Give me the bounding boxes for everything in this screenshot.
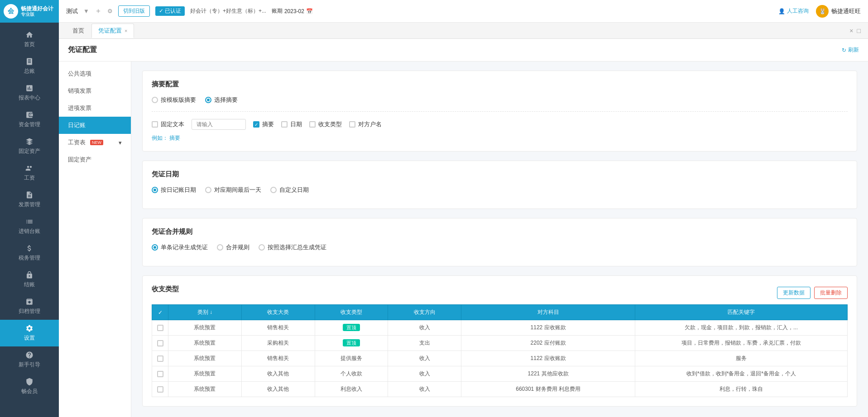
checkbox-counterpart[interactable]: 对方户名	[349, 120, 382, 128]
user-profile[interactable]: 🐰 畅捷通旺旺	[816, 5, 861, 18]
checkbox-fixed-text[interactable]: 固定文本	[152, 120, 184, 128]
th-category[interactable]: 类别 ↓	[168, 305, 242, 320]
sidebar-item-invoice[interactable]: 发票管理	[0, 186, 59, 213]
sidebar-item-member[interactable]: 畅会员	[0, 373, 59, 400]
row-checkbox[interactable]	[157, 340, 163, 346]
checkbox-type[interactable]: 收支类型	[309, 120, 342, 128]
select-all-checkbox[interactable]: ✓	[157, 309, 163, 316]
period-label: 账期 2023-02 📅	[272, 7, 313, 15]
row-counterpart: 2202 应付账款	[461, 336, 635, 351]
content-area: 凭证配置 ↻ 刷新 公共选项 销项发票 进项发票 日记账	[59, 39, 868, 417]
sidebar-item-salary[interactable]: 工资	[0, 160, 59, 186]
row-main-type: 收入其他	[241, 366, 315, 382]
page-header: 凭证配置 ↻ 刷新	[59, 39, 868, 62]
new-badge: NEW	[90, 140, 103, 145]
example-text: 例如： 摘要	[152, 134, 848, 142]
radio-select-summary[interactable]: 按照选择汇总生成凭证	[259, 243, 326, 251]
checkbox-date[interactable]: 日期	[281, 120, 302, 128]
summary-checkbox-row: 固定文本 ✓ 摘要 日期 收支类型	[152, 119, 848, 130]
row-counterpart: 1221 其他应收款	[461, 366, 635, 382]
logo-text: 畅捷通好会计 专业版	[21, 5, 53, 17]
table-row: 系统预置收入其他个人收款收入1221 其他应收款收到*借款，收到*备用金，退回*…	[152, 366, 848, 382]
radio-custom-date[interactable]: 自定义日期	[270, 186, 309, 194]
add-icon[interactable]: ＋	[95, 6, 102, 16]
checkbox-fixed-text-box	[152, 121, 158, 128]
sidebar-item-general[interactable]: 总账	[0, 53, 59, 80]
update-data-button[interactable]: 更新数据	[777, 287, 810, 299]
th-main-type: 收支大类	[241, 305, 315, 320]
row-checkbox-cell[interactable]	[152, 320, 168, 336]
batch-delete-button[interactable]: 批量删除	[814, 287, 848, 299]
sidebar-item-guide[interactable]: 新手引导	[0, 346, 59, 373]
settings-icon[interactable]: ⚙	[107, 8, 113, 14]
tab-home[interactable]: 首页	[66, 24, 91, 38]
left-nav-sales[interactable]: 销项发票	[59, 82, 131, 100]
row-sub-type: 利息收入	[315, 382, 388, 397]
logo-icon: 会	[4, 4, 18, 19]
row-category: 系统预置	[168, 382, 242, 397]
date-radio-group: 按日记账日期 对应期间最后一天 自定义日期	[152, 186, 848, 194]
radio-period-last[interactable]: 对应期间最后一天	[205, 186, 261, 194]
avatar: 🐰	[816, 5, 829, 18]
row-category: 系统预置	[168, 351, 242, 366]
sidebar-item-close[interactable]: 结账	[0, 266, 59, 293]
merge-radio-group: 单条记录生成凭证 合并规则 按照选择汇总生成凭证	[152, 243, 848, 251]
radio-template[interactable]: 按模板版摘要	[152, 96, 196, 104]
radio-diary-date[interactable]: 按日记账日期	[152, 186, 196, 194]
status-tag[interactable]: 置顶	[343, 324, 360, 331]
chevron-down-icon: ▾	[119, 139, 122, 146]
row-checkbox-cell[interactable]	[152, 336, 168, 351]
sidebar-item-purchase[interactable]: 进销台账	[0, 213, 59, 240]
radio-merge-rule[interactable]: 合并规则	[217, 243, 249, 251]
table-row: 系统预置销售相关置顶收入1122 应收账款欠款，现金，项目款，到款，报销款，汇入…	[152, 320, 848, 336]
topbar-right: 👤 人工咨询 🐰 畅捷通旺旺	[778, 5, 861, 18]
left-nav-public[interactable]: 公共选项	[59, 65, 131, 82]
th-checkbox[interactable]: ✓	[152, 305, 168, 320]
certified-status: ✓已认证	[155, 6, 185, 16]
summary-section-title: 摘要配置	[152, 80, 848, 89]
row-checkbox-cell[interactable]	[152, 351, 168, 366]
support-button[interactable]: 👤 人工咨询	[778, 7, 809, 15]
close-window-button[interactable]: ×	[849, 27, 853, 34]
row-sub-type: 置顶	[315, 320, 388, 336]
fixed-text-input[interactable]	[192, 119, 246, 130]
sidebar-item-archive[interactable]: 归档管理	[0, 293, 59, 320]
calendar-icon[interactable]: 📅	[306, 8, 313, 14]
status-tag[interactable]: 置顶	[343, 339, 360, 346]
sidebar-item-asset[interactable]: 固定资产	[0, 133, 59, 160]
sidebar-item-report[interactable]: 报表中心	[0, 80, 59, 106]
row-keyword: 欠款，现金，项目款，到款，报销款，汇入，...	[635, 320, 848, 336]
row-checkbox[interactable]	[157, 386, 163, 393]
th-counterpart: 对方科目	[461, 305, 635, 320]
company-dropdown-icon[interactable]: ▼	[83, 8, 89, 14]
row-counterpart: 1122 应收账款	[461, 320, 635, 336]
sidebar-item-tax[interactable]: 税务管理	[0, 240, 59, 266]
radio-choose[interactable]: 选择摘要	[205, 96, 238, 104]
row-checkbox[interactable]	[157, 355, 163, 362]
left-nav-payroll[interactable]: 工资表 NEW ▾	[59, 134, 131, 151]
row-direction: 收入	[388, 382, 461, 397]
radio-choose-circle	[205, 97, 211, 103]
tab-actions: × □	[849, 27, 861, 34]
tab-voucher[interactable]: 凭证配置 ×	[91, 24, 134, 38]
sidebar-item-finance[interactable]: 资金管理	[0, 106, 59, 133]
radio-single[interactable]: 单条记录生成凭证	[152, 243, 208, 251]
row-checkbox[interactable]	[157, 325, 163, 331]
left-nav-fixed-asset[interactable]: 固定资产	[59, 151, 131, 168]
row-checkbox-cell[interactable]	[152, 382, 168, 397]
refresh-button[interactable]: ↻ 刷新	[842, 46, 859, 54]
left-nav-purchase-inv[interactable]: 进项发票	[59, 100, 131, 117]
switch-version-button[interactable]: 切到旧版	[118, 5, 150, 17]
sidebar-item-home[interactable]: 首页	[0, 26, 59, 53]
left-nav-diary[interactable]: 日记账	[59, 117, 131, 134]
tab-close-icon[interactable]: ×	[125, 28, 127, 33]
maximize-window-button[interactable]: □	[857, 27, 861, 34]
row-checkbox-cell[interactable]	[152, 366, 168, 382]
table-row: 系统预置收入其他利息收入收入660301 财务费用 利息费用利息，行转，珠自	[152, 382, 848, 397]
logo: 会 畅捷通好会计 专业版	[0, 0, 59, 23]
sidebar-item-settings[interactable]: 设置	[0, 320, 59, 346]
checkbox-summary[interactable]: ✓ 摘要	[253, 120, 274, 128]
row-direction: 收入	[388, 351, 461, 366]
radio-template-circle	[152, 97, 158, 103]
row-checkbox[interactable]	[157, 371, 163, 377]
